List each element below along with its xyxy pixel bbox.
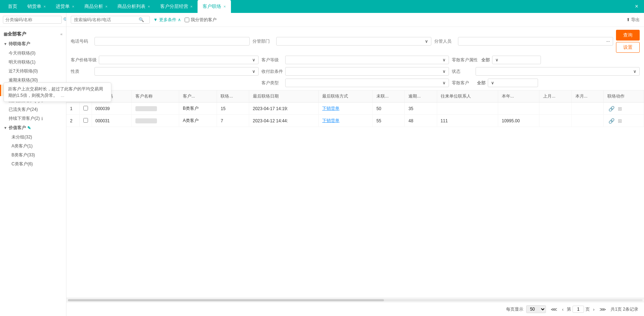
row2-name [132, 115, 179, 127]
page-size-select[interactable]: 50 100 200 [526, 305, 546, 313]
th-last-month: 上月... [539, 90, 571, 103]
table-row: 2 000031 A类客户 7 2023-04-12 14:44: 下销货单 5… [66, 115, 644, 127]
content-area: 🔍 ▼ 更多条件 ∧ 我分管的客户 ⬆ 导出 电话号码 [66, 13, 644, 316]
payment-select[interactable]: ∨ [285, 67, 449, 76]
sidebar-pending-section[interactable]: ▼ 待联络客户 [0, 39, 66, 49]
nav-customer-contact[interactable]: 客户联络 × [198, 0, 231, 13]
table-footer: 每页显示 50 100 200 ⋘ ‹ 第 页 › ⋙ 共1页 2条记录 [66, 302, 644, 316]
nav-product-analysis-list[interactable]: 商品分析列表 × [112, 0, 155, 13]
th-this-year: 本年... [498, 90, 539, 103]
person-select[interactable]: ··· [458, 37, 613, 46]
row2-check[interactable] [79, 115, 92, 127]
retail-customer-select[interactable]: ∨ [488, 79, 538, 87]
sidebar-declining-customers[interactable]: 持续下滑客户(2) ℹ [0, 114, 66, 123]
row2-last-date: 2023-04-12 14:44: [249, 115, 318, 127]
row2-contact-count: 7 [217, 115, 249, 127]
row1-type: B类客户 [179, 103, 217, 115]
collapse-icon[interactable]: « [60, 32, 62, 36]
sidebar-unclassified[interactable]: 未分组(32) [0, 133, 66, 142]
sidebar-lost-customers[interactable]: 已流失客户(24) [0, 105, 66, 114]
nav-product-analysis-list-close[interactable]: × [148, 4, 150, 9]
prev-page-btn[interactable]: ‹ [560, 306, 565, 313]
set-button[interactable]: 设置 [616, 42, 640, 53]
nav-product-analysis[interactable]: 商品分析 × [79, 0, 112, 13]
row1-index: 1 [66, 103, 79, 115]
filter-price-grade: 客户价格等级 ∨ [71, 56, 259, 64]
search-input-wrap: 🔍 [71, 16, 150, 24]
status-select[interactable]: ∨ [476, 67, 640, 76]
customer-table: ⚙ 客户编码 客户名称 客户... 联络... 最后联络日期 最后联络方式 未联… [66, 90, 644, 127]
query-button[interactable]: 查询 [616, 30, 640, 41]
row1-grid-icon[interactable]: ⊞ [618, 106, 622, 112]
th-type: 客户... [179, 90, 217, 103]
sidebar-b-class[interactable]: B类客户(33) [0, 151, 66, 160]
search-icon[interactable]: 🔍 [139, 17, 144, 22]
tooltip-popup: 距客户上次交易时长，超过了此客户的平均交易周期的1.5倍，则视为异常。 ... [4, 82, 111, 102]
sidebar-all-customers[interactable]: ⊞ 全部客户 « [0, 29, 66, 39]
sidebar-search-icon[interactable]: 🔍 [63, 17, 66, 22]
nav-home[interactable]: 首页 [3, 0, 22, 13]
customer-grade-select[interactable]: ∨ [285, 56, 449, 64]
last-page-btn[interactable]: ⋙ [598, 306, 608, 313]
th-action: 联络动作 [603, 90, 644, 103]
edit-value-icon[interactable]: ✎ [27, 126, 31, 131]
row2-link-icon[interactable]: 🔗 [608, 118, 615, 124]
row2-last-month [539, 115, 571, 127]
filter-payment: 收付款条件 ∨ [261, 67, 449, 76]
th-name: 客户名称 [132, 90, 179, 103]
price-grade-select[interactable]: ∨ [99, 56, 259, 64]
nav-customer-tier[interactable]: 客户分层经营 × [155, 0, 198, 13]
sidebar-today-pending[interactable]: 今天待联络(0) [0, 49, 66, 58]
row2-checkbox[interactable] [83, 118, 88, 123]
scroll-track[interactable] [68, 299, 643, 301]
sidebar-search-input[interactable] [3, 16, 62, 24]
gender-select[interactable]: ∨ [94, 67, 259, 76]
row1-checkbox[interactable] [83, 106, 88, 110]
nav-customer-contact-close[interactable]: × [223, 4, 226, 9]
my-customer-check[interactable] [185, 18, 189, 22]
dept-select[interactable]: ∨ [276, 37, 431, 46]
next-page-btn[interactable]: › [591, 306, 596, 313]
th-contact-count: 联络... [217, 90, 249, 103]
customer-type-select[interactable]: ∨ [285, 79, 449, 87]
nav-customer-tier-close[interactable]: × [190, 4, 193, 9]
sidebar-value-section[interactable]: ▼ 价值客户 ✎ [0, 123, 66, 133]
nav-purchase[interactable]: 进货单 × [51, 0, 79, 13]
retail-attr-select[interactable]: ∨ [492, 56, 541, 64]
pagination: ⋘ ‹ 第 页 › ⋙ [549, 306, 608, 313]
search-input[interactable] [74, 17, 139, 22]
sidebar-a-class[interactable]: A类客户(1) [0, 142, 66, 151]
th-overdue: 逾期... [405, 90, 437, 103]
nav-sales-close[interactable]: × [43, 4, 46, 9]
th-last-contact-method: 最后联络方式 [319, 90, 373, 103]
filter-retail-customer: 零散客户 全部 ∨ [452, 79, 640, 87]
export-button[interactable]: ⬆ 导出 [626, 17, 640, 23]
th-no-contact: 未联... [373, 90, 405, 103]
sidebar-tomorrow-pending[interactable]: 明天待联络(1) [0, 58, 66, 67]
filter-customer-type: 客户类型 ∨ [261, 79, 449, 87]
sidebar-7days-pending[interactable]: 近7天待联络(0) [0, 67, 66, 76]
row1-contact-count: 15 [217, 103, 249, 115]
query-set-btns: 查询 设置 [616, 30, 640, 53]
row1-contact-person [437, 103, 498, 115]
close-all-tabs[interactable]: × [632, 3, 641, 10]
row1-check[interactable] [79, 103, 92, 115]
my-customer-checkbox[interactable]: 我分管的客户 [185, 17, 217, 23]
nav-product-analysis-close[interactable]: × [105, 4, 107, 9]
row1-name [132, 103, 179, 115]
row2-grid-icon[interactable]: ⊞ [618, 118, 622, 124]
row1-link-icon[interactable]: 🔗 [608, 106, 615, 112]
row2-this-year: 10995.00 [498, 115, 539, 127]
first-page-btn[interactable]: ⋘ [549, 306, 559, 313]
scroll-thumb[interactable] [68, 299, 384, 301]
sidebar: 🔍 ⊞ 全部客户 « ▼ 待联络客户 今天待联络(0) 明天待联络(1) 近7天… [0, 13, 66, 316]
page-number-input[interactable] [573, 306, 584, 313]
nav-sales[interactable]: 销货单 × [22, 0, 51, 13]
horizontal-scrollbar[interactable] [66, 298, 644, 302]
row1-last-method: 下销货单 [319, 103, 373, 115]
phone-input[interactable] [94, 37, 250, 46]
nav-purchase-close[interactable]: × [72, 4, 74, 9]
more-filter-btn[interactable]: ▼ 更多条件 ∧ [153, 17, 181, 23]
filter-panel: 电话号码 分管部门 ∨ 分管人员 ··· 查询 设置 [66, 27, 644, 90]
sidebar-c-class[interactable]: C类客户(6) [0, 160, 66, 169]
